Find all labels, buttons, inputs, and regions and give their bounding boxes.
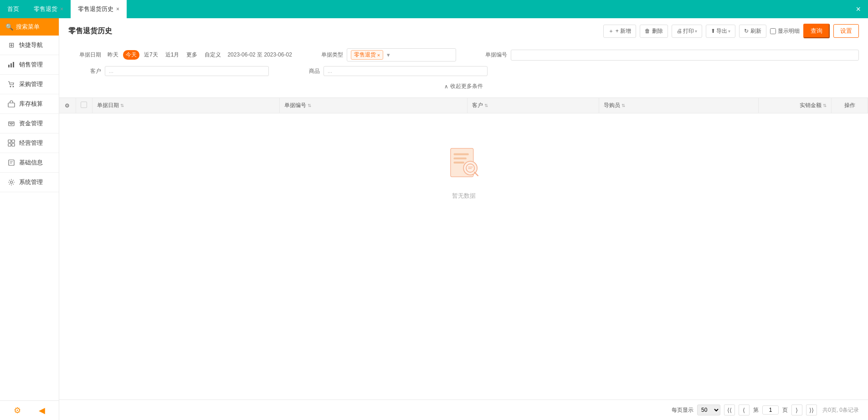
th-date[interactable]: 单据日期 ⇅: [92, 98, 280, 113]
settings-icon[interactable]: ⚙: [14, 405, 21, 415]
svg-rect-1: [10, 63, 12, 67]
date-option-yesterday[interactable]: 昨天: [105, 50, 121, 60]
display-detail-input[interactable]: [770, 28, 776, 34]
date-option-more[interactable]: 更多: [184, 50, 200, 60]
prev-page-button[interactable]: ⟨: [739, 405, 750, 415]
print-dropdown-arrow: ▾: [695, 29, 697, 34]
delete-button[interactable]: 🗑 删除: [640, 25, 668, 38]
refresh-button[interactable]: ↻ 刷新: [739, 25, 766, 38]
tab-home[interactable]: 首页: [0, 0, 26, 18]
filter-area: 单据日期 昨天 今天 近7天 近1月 更多 自定义 2023-06-02 至 2…: [68, 44, 859, 97]
display-detail-checkbox[interactable]: 显示明细: [770, 27, 800, 35]
empty-state: 暂无数据: [59, 113, 868, 227]
th-amount-label: 实销金额: [800, 102, 822, 109]
sidebar-item-quick-nav[interactable]: ⊞ 快捷导航: [0, 36, 59, 55]
th-settings[interactable]: ⚙: [59, 98, 76, 113]
sidebar-item-basic-info[interactable]: 基础信息: [0, 153, 59, 173]
date-option-7days[interactable]: 近7天: [141, 50, 161, 60]
tab-retail-return-close[interactable]: ×: [60, 6, 63, 12]
collapse-sidebar-icon[interactable]: ◀: [39, 405, 45, 415]
svg-rect-0: [8, 65, 10, 67]
query-button[interactable]: 查询: [803, 24, 830, 38]
th-checkbox: [76, 98, 92, 113]
filter-row-date: 单据日期 昨天 今天 近7天 近1月 更多 自定义 2023-06-02 至 2…: [68, 48, 859, 61]
svg-rect-6: [9, 122, 14, 126]
svg-rect-2: [13, 62, 14, 67]
th-customer[interactable]: 客户 ⇅: [467, 98, 599, 113]
svg-rect-5: [8, 103, 15, 107]
export-icon: ⬆: [711, 28, 715, 34]
th-guide-sort-icon: ⇅: [621, 103, 625, 108]
new-button[interactable]: ＋ + 新增: [603, 25, 636, 38]
select-all-checkbox[interactable]: [81, 102, 87, 108]
th-doc-no-sort-icon: ⇅: [308, 103, 311, 108]
sidebar: 🔍 搜索菜单 ⊞ 快捷导航 销售管理 采购管理: [0, 18, 59, 420]
sidebar-menu: ⊞ 快捷导航 销售管理 采购管理 库存核算: [0, 36, 59, 400]
sidebar-item-system-mgmt-label: 系统管理: [19, 178, 43, 186]
customer-select[interactable]: ...: [105, 66, 269, 76]
th-date-label: 单据日期: [97, 102, 119, 109]
svg-rect-12: [9, 160, 14, 165]
page-title: 零售退货历史: [68, 26, 112, 36]
tab-retail-return[interactable]: 零售退货 ×: [26, 0, 71, 18]
finance-icon: [7, 119, 15, 128]
tab-retail-return-history-close[interactable]: ×: [116, 6, 119, 12]
main-layout: 🔍 搜索菜单 ⊞ 快捷导航 销售管理 采购管理: [0, 18, 868, 420]
sidebar-item-purchase-mgmt[interactable]: 采购管理: [0, 75, 59, 94]
doc-no-input[interactable]: [511, 50, 859, 61]
pagination-bar: 每页显示 20 50 100 ⟨⟨ ⟨ 第 页 ⟩ ⟩⟩ 共0页, 0条记录: [59, 400, 868, 420]
next-page-button[interactable]: ⟩: [791, 405, 802, 415]
sidebar-item-inventory[interactable]: 库存核算: [0, 94, 59, 114]
th-action-label: 操作: [844, 102, 855, 108]
print-icon: 🖨: [677, 28, 682, 34]
display-detail-label: 显示明细: [778, 27, 800, 35]
page-input[interactable]: [762, 405, 779, 415]
th-doc-no[interactable]: 单据编号 ⇅: [280, 98, 467, 113]
page-header: 零售退货历史 ＋ + 新增 🗑 删除 🖨 打印 ▾: [59, 18, 868, 98]
top-bar: 首页 零售退货 × 零售退货历史 × ×: [0, 0, 868, 18]
date-option-today[interactable]: 今天: [123, 50, 139, 60]
tab-retail-return-history-label: 零售退货历史: [78, 5, 113, 13]
first-page-button[interactable]: ⟨⟨: [724, 405, 735, 415]
th-action: 操作: [832, 98, 868, 113]
th-customer-label: 客户: [472, 102, 483, 109]
basic-info-icon: [7, 159, 15, 167]
last-page-button[interactable]: ⟩⟩: [806, 405, 817, 415]
tab-list: 首页 零售退货 × 零售退货历史 ×: [0, 0, 856, 18]
data-table: ⚙ 单据日期 ⇅ 单据编号: [59, 98, 868, 113]
th-amount[interactable]: 实销金额 ⇅: [759, 98, 832, 113]
empty-state-text: 暂无数据: [452, 192, 476, 200]
svg-point-13: [10, 181, 13, 184]
tab-retail-return-history[interactable]: 零售退货历史 ×: [71, 0, 127, 18]
sidebar-item-sales-mgmt[interactable]: 销售管理: [0, 55, 59, 75]
doc-type-tag-close[interactable]: ×: [377, 52, 380, 58]
th-doc-no-label: 单据编号: [284, 102, 306, 109]
settings-button[interactable]: 设置: [833, 24, 859, 38]
svg-rect-11: [12, 143, 15, 146]
svg-rect-10: [8, 143, 11, 146]
page-title-row: 零售退货历史 ＋ + 新增 🗑 删除 🖨 打印 ▾: [68, 24, 859, 38]
sidebar-item-basic-info-label: 基础信息: [19, 159, 43, 167]
purchase-mgmt-icon: [7, 80, 15, 88]
sidebar-search[interactable]: 🔍 搜索菜单: [0, 18, 59, 36]
print-button[interactable]: 🖨 打印 ▾: [672, 25, 702, 38]
goods-select[interactable]: ...: [324, 66, 488, 76]
svg-line-20: [474, 172, 478, 176]
sidebar-item-system-mgmt[interactable]: 系统管理: [0, 173, 59, 192]
page-label: 第: [753, 406, 759, 414]
date-option-1month[interactable]: 近1月: [163, 50, 182, 60]
column-settings-icon[interactable]: ⚙: [65, 102, 70, 109]
top-bar-close[interactable]: ×: [856, 5, 868, 14]
doc-type-select[interactable]: 零售退货 × ▾: [347, 48, 456, 61]
date-option-custom[interactable]: 自定义: [202, 50, 224, 60]
export-button[interactable]: ⬆ 导出 ▾: [706, 25, 735, 38]
delete-label: 删除: [652, 27, 663, 35]
sidebar-bottom: ⚙ ◀: [0, 400, 59, 420]
svg-rect-9: [12, 140, 15, 143]
sidebar-item-finance[interactable]: 资金管理: [0, 114, 59, 133]
per-page-select[interactable]: 20 50 100: [697, 405, 720, 415]
th-guide[interactable]: 导购员 ⇅: [599, 98, 758, 113]
collapse-bar[interactable]: ∧ 收起更多条件: [68, 81, 859, 93]
doc-type-dropdown-arrow: ▾: [387, 51, 390, 58]
sidebar-item-operations[interactable]: 经营管理: [0, 133, 59, 153]
